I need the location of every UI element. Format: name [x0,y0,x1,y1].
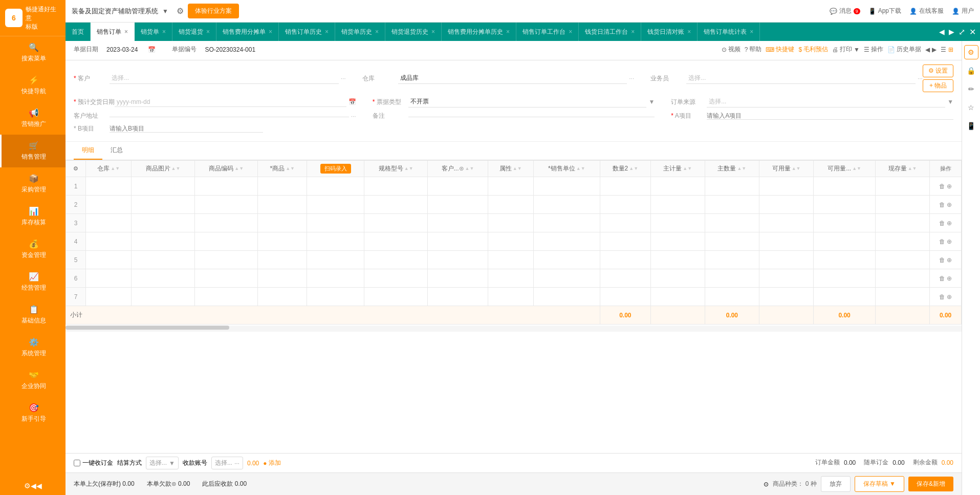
delete-icon-2[interactable]: 🗑 [939,201,945,208]
tab-close-history[interactable]: × [325,28,329,35]
one-click-checkbox[interactable] [74,460,80,466]
delete-icon-5[interactable]: 🗑 [939,256,945,264]
right-panel-star-icon[interactable]: ☆ [964,100,978,115]
row-mainunit-4[interactable] [650,232,705,251]
row-image-6[interactable] [132,269,195,288]
sidebar-item-purchase[interactable]: 📦 采购管理 [0,167,66,200]
order-source-dropdown[interactable]: ▼ [947,98,953,105]
col-customer-code[interactable]: 客户...⊙▲▼ [427,161,488,177]
row-avail-3[interactable] [759,214,813,232]
add-button[interactable]: ● 添加 [263,459,280,467]
copy-icon-4[interactable]: ⊕ [947,238,952,245]
tab-return-history[interactable]: 销货退货历史 × [385,23,442,41]
col-goods[interactable]: *商品▲▼ [258,161,307,177]
row-image-2[interactable] [132,196,195,214]
tab-sales-order[interactable]: 销售订单 × [91,23,135,41]
sidebar-item-management[interactable]: 📈 经营管理 [0,266,66,298]
a-project-input[interactable] [707,112,953,120]
tab-daily-clear[interactable]: 钱货日清工作台 × [579,23,641,41]
account-dots[interactable]: ··· [234,460,239,467]
row-mainqty-2[interactable] [705,196,759,214]
tab-order-workbench[interactable]: 销售订单工作台 × [516,23,579,41]
row-mainunit-2[interactable] [650,196,705,214]
right-panel-lock-icon[interactable]: 🔒 [964,63,978,78]
tab-close-reconcile[interactable]: × [687,28,691,35]
salesperson-input[interactable]: 选择... [686,73,916,84]
nav-next-icon[interactable]: ▶ [932,46,937,53]
customer-input[interactable]: 选择... [110,73,339,84]
tabbar-next-arrow[interactable]: ▶ [947,28,956,36]
row-stock-1[interactable] [875,177,929,196]
row-goods-2[interactable] [258,196,307,214]
row-attr-6[interactable] [488,269,533,288]
row-mainqty-1[interactable] [705,177,759,196]
tab-stats[interactable]: 销售订单统计表 × [698,23,760,41]
tab-close-sales-goods[interactable]: × [162,28,166,35]
save-draft-button[interactable]: 保存草稿 ▼ [855,476,904,492]
tab-close-daily[interactable]: × [631,28,635,35]
col-available[interactable]: 可用量▲▼ [759,161,813,177]
row-mainunit-5[interactable] [650,251,705,269]
row-stock-3[interactable] [875,214,929,232]
row-unit-6[interactable] [533,269,600,288]
tab-summary[interactable]: 汇总 [102,142,131,160]
row-custcode-2[interactable] [427,196,488,214]
row-custcode-4[interactable] [427,232,488,251]
row-stock-6[interactable] [875,269,929,288]
nav-prev-icon[interactable]: ◀ [925,46,930,53]
row-spec-2[interactable] [364,196,428,214]
col-available2[interactable]: 可用量...▲▼ [814,161,876,177]
address-input[interactable] [110,115,349,117]
row-spec-5[interactable] [364,251,428,269]
row-attr-2[interactable] [488,196,533,214]
save-draft-dropdown-icon[interactable]: ▼ [889,480,896,487]
date-value[interactable]: 2023-03-24 [106,46,138,53]
row-mainqty-3[interactable] [705,214,759,232]
row-qty2-4[interactable] [600,232,650,251]
save-new-button[interactable]: 保存&新增 [908,477,953,491]
delete-icon-7[interactable]: 🗑 [939,293,945,300]
tab-sales-return[interactable]: 销货退货 × [172,23,216,41]
delivery-calendar-icon[interactable]: 📅 [349,98,356,105]
plan-button[interactable]: 体验行业方案 [188,4,239,18]
tab-close-workbench[interactable]: × [569,28,572,35]
row-avail2-5[interactable] [814,251,876,269]
col-warehouse[interactable]: 仓库▲▼ [86,161,132,177]
online-service-button[interactable]: 👤 在线客服 [909,7,944,15]
delete-icon-1[interactable]: 🗑 [939,183,945,190]
tab-expense-history[interactable]: 销售费用分摊单历史 × [442,23,516,41]
col-attribute[interactable]: 属性▲▼ [488,161,533,177]
tab-close-expense-history[interactable]: × [506,28,510,35]
address-dots[interactable]: ··· [351,113,356,120]
row-custcode-7[interactable] [427,288,488,306]
sidebar-item-search[interactable]: 🔍 搜索菜单 [0,36,66,69]
tab-goods-history[interactable]: 销货单历史 × [335,23,385,41]
row-custcode-1[interactable] [427,177,488,196]
row-stock-2[interactable] [875,196,929,214]
row-unit-1[interactable] [533,177,600,196]
sidebar-item-cooperation[interactable]: 🤝 企业协同 [0,364,66,397]
copy-icon-5[interactable]: ⊕ [947,256,952,264]
row-unit-4[interactable] [533,232,600,251]
row-qty2-3[interactable] [600,214,650,232]
row-avail-6[interactable] [759,269,813,288]
row-avail-1[interactable] [759,177,813,196]
sidebar-collapse-icon[interactable]: ◀◀ [31,482,42,490]
row-attr-3[interactable] [488,214,533,232]
sidebar-item-system[interactable]: ⚙️ 系统管理 [0,331,66,364]
tab-close-expense[interactable]: × [269,28,272,35]
print-btn[interactable]: 🖨 打印 ▼ [832,45,860,54]
row-code-1[interactable] [194,177,258,196]
sidebar-item-guide[interactable]: 🎯 新手引导 [0,397,66,429]
customer-dots[interactable]: ··· [341,75,346,82]
col-main-unit[interactable]: 主计量▲▼ [650,161,705,177]
row-qty2-1[interactable] [600,177,650,196]
row-goods-5[interactable] [258,251,307,269]
row-avail-7[interactable] [759,288,813,306]
tab-reconcile[interactable]: 钱货日清对账 × [641,23,698,41]
row-stock-5[interactable] [875,251,929,269]
row-code-4[interactable] [194,232,258,251]
copy-icon-7[interactable]: ⊕ [947,293,952,300]
col-code[interactable]: 商品编码▲▼ [194,161,258,177]
profit-btn[interactable]: $ 毛利预估 [798,45,828,54]
